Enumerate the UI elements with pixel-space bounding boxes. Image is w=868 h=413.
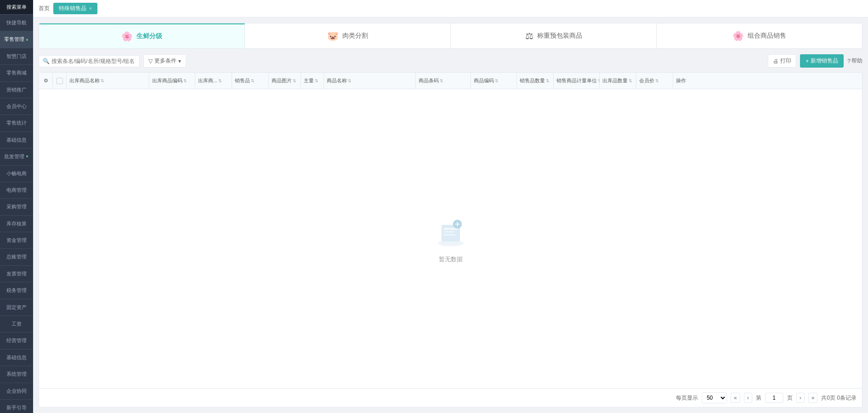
sort-icon[interactable]: ⇅ [655,79,659,83]
next-page-button[interactable]: › [796,393,805,403]
sidebar-item-retail-mall[interactable]: 零售商城 [0,65,33,81]
sidebar-item-smart-store[interactable]: 智慧门店 [0,48,33,65]
filter-button[interactable]: ▽ 更多条件 ▾ [143,54,186,68]
active-tab-label: 特殊销售品 [59,5,86,12]
total-label: 共0页 0条记录 [821,394,857,402]
sidebar-item-mini-ecom[interactable]: 小畅电商 [0,166,33,182]
th-sale-qty: 销售品数量 ⇅ [517,73,554,89]
help-button[interactable]: ? 帮助 [847,57,862,65]
th-out-qty: 出库品数量 ⇅ [600,73,636,89]
page-size-label: 每页显示 [676,394,698,402]
first-page-button[interactable]: « [731,393,740,403]
sidebar-item-invoice-mgmt[interactable]: 发票管理 [0,266,33,282]
print-button[interactable]: 🖨 打印 [768,54,796,68]
filter-icon: ▽ [148,58,153,64]
print-label: 打印 [780,57,791,65]
cat-tab-meat-cut-label: 肉类分割 [342,32,368,40]
th-action: 操作 [673,73,701,89]
th-out-name: 出库商品名称 ⇅ [67,73,149,89]
search-input[interactable] [51,58,136,64]
cat-tab-combo-sale-label: 组合商品销售 [748,32,786,40]
help-icon: ? [847,58,851,64]
page-number-input[interactable] [765,393,783,403]
weigh-pack-icon: ⚖ [525,30,533,41]
sidebar-item-tax-mgmt[interactable]: 税务管理 [0,282,33,299]
sidebar-item-sys-mgmt[interactable]: 系统管理 [0,366,33,383]
chevron-icon: ▲ [25,37,29,42]
help-label: 帮助 [851,57,862,65]
empty-state: 暂无数据 [39,89,862,388]
th-out-code: 出库商品编码 ⇅ [149,73,195,89]
sort-icon[interactable]: ⇅ [348,79,352,83]
sort-icon[interactable]: ⇅ [251,79,255,83]
sidebar-search[interactable]: 搜索菜单 [0,0,33,15]
page-suffix: 页 [787,394,793,402]
sidebar-item-retail-stats[interactable]: 零售统计 [0,115,33,132]
th-checkbox[interactable] [53,73,67,89]
th-prod-code: 商品编码 ⇅ [471,73,517,89]
sidebar-item-ledger-mgmt[interactable]: 总账管理 [0,249,33,265]
cat-tab-weigh-pack-label: 称重预包装商品 [537,32,582,40]
sort-icon[interactable]: ⇅ [629,79,632,83]
th-gear[interactable]: ⚙ [39,73,53,89]
sidebar-item-wholesale-mgmt[interactable]: 批发管理 ▼ [0,149,33,165]
gear-icon: ⚙ [44,78,48,84]
search-box[interactable]: 🔍 [39,55,140,67]
sort-icon[interactable]: ⇅ [546,79,550,83]
cat-tab-combo-sale[interactable]: 🌸 组合商品销售 [657,23,862,48]
th-prod-name: 商品名称 ⇅ [324,73,416,89]
sidebar-item-ecom-mgmt[interactable]: 电商管理 [0,182,33,199]
sort-icon[interactable]: ⇅ [293,79,296,83]
sidebar-item-basic-info[interactable]: 基础信息 [0,132,33,149]
th-member-price: 会员价 ⇅ [636,73,673,89]
sidebar-item-purchase-mgmt[interactable]: 采购管理 [0,199,33,215]
sidebar-item-salary[interactable]: 工资 [0,316,33,333]
last-page-button[interactable]: » [808,393,818,403]
sort-icon[interactable]: ⇅ [440,79,443,83]
sort-icon[interactable]: ⇅ [218,79,222,83]
new-item-button[interactable]: + 新增销售品 [800,54,844,68]
cat-tab-meat-cut[interactable]: 🐷 肉类分割 [245,23,451,48]
sidebar-item-ops-mgmt[interactable]: 经营管理 [0,333,33,349]
select-all-checkbox[interactable] [57,78,63,84]
sort-icon[interactable]: ⇅ [183,79,187,83]
meat-cut-icon: 🐷 [327,30,339,41]
sidebar-item-fixed-assets[interactable]: 固定资产 [0,299,33,316]
sidebar-item-finance-mgmt[interactable]: 资金管理 [0,232,33,249]
data-table: ⚙ 出库商品名称 ⇅ 出库商品编码 ⇅ 出库商... ⇅ [39,72,862,407]
page-size-select[interactable]: 50 10 20 100 [702,392,727,403]
th-out-spec: 出库商... ⇅ [195,73,232,89]
combo-sale-icon: 🌸 [732,30,744,41]
sort-icon[interactable]: ⇅ [101,79,104,83]
home-link[interactable]: 首页 [39,5,50,12]
sort-icon[interactable]: ⇅ [315,79,318,83]
sidebar-item-inventory[interactable]: 库存核算 [0,216,33,232]
sidebar-item-corp-agreement[interactable]: 企业协同 [0,383,33,400]
empty-illustration [432,214,469,251]
pagination: 每页显示 50 10 20 100 « ‹ 第 页 › » 共0页 0条记录 [39,388,862,407]
th-img: 商品图片 ⇅ [269,73,301,89]
sidebar-item-sales-promo[interactable]: 营销推广 [0,82,33,98]
sidebar-item-basic-info2[interactable]: 基础信息 [0,350,33,366]
close-tab-icon[interactable]: × [89,6,92,11]
sidebar-item-new-guide[interactable]: 新手引导 [0,400,33,413]
topbar: 首页 特殊销售品 × [33,0,868,17]
active-tab[interactable]: 特殊销售品 × [53,3,97,14]
toolbar-left: 🔍 ▽ 更多条件 ▾ [39,54,186,68]
main-area: 首页 特殊销售品 × 🌸 生鲜分级 🐷 肉类分割 ⚖ 称重预包装商品 🌸 组合商… [33,0,868,413]
table-header: ⚙ 出库商品名称 ⇅ 出库商品编码 ⇅ 出库商... ⇅ [39,73,862,89]
chevron-icon: ▼ [25,154,29,159]
empty-text: 暂无数据 [439,255,463,264]
th-main: 主量 ⇅ [301,73,324,89]
cat-tab-fresh-grade[interactable]: 🌸 生鲜分级 [39,23,245,48]
plus-icon: + [806,58,809,64]
page-content: 🌸 生鲜分级 🐷 肉类分割 ⚖ 称重预包装商品 🌸 组合商品销售 🔍 [33,17,868,413]
sidebar-item-retail-mgmt[interactable]: 零售管理 ▲ [0,31,33,48]
cat-tab-weigh-pack[interactable]: ⚖ 称重预包装商品 [451,23,657,48]
sidebar-item-member-center[interactable]: 会员中心 [0,98,33,115]
toolbar: 🔍 ▽ 更多条件 ▾ 🖨 打印 + 新增销售品 [39,54,862,68]
sidebar-item-quick-nav[interactable]: 快捷导航 [0,15,33,31]
sort-icon[interactable]: ⇅ [495,79,499,83]
category-tabs: 🌸 生鲜分级 🐷 肉类分割 ⚖ 称重预包装商品 🌸 组合商品销售 [39,23,862,49]
prev-page-button[interactable]: ‹ [744,393,752,403]
